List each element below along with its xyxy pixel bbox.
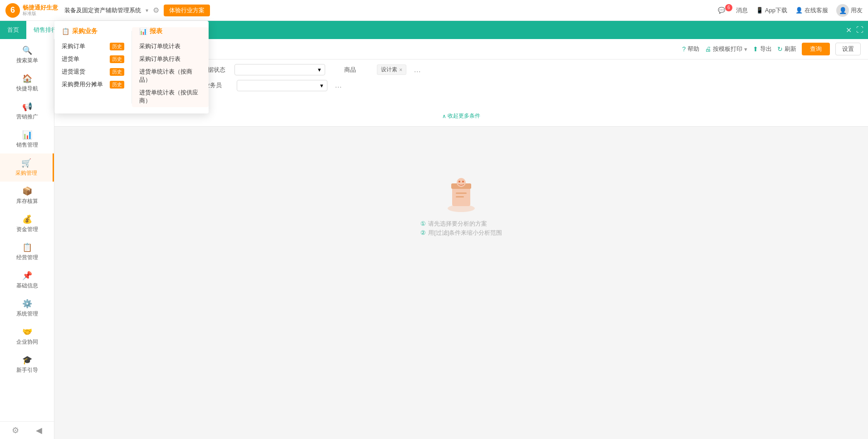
template-print-action[interactable]: 🖨 按模板打印 ▾ — [705, 45, 747, 53]
menu-item-purchase-order[interactable]: 采购订单 历史 — [62, 40, 124, 53]
tab-close-window-icon[interactable]: ✕ — [846, 26, 852, 35]
purchase-return-history[interactable]: 历史 — [110, 68, 124, 76]
svg-point-5 — [462, 181, 464, 183]
print-dropdown-icon[interactable]: ▾ — [744, 46, 747, 53]
menu-item-report-order-exec[interactable]: 采购订单执行表 — [139, 53, 202, 65]
header-right: 💬 6 消息 📱 App下载 👤 在线客服 👤 用友 — [718, 4, 863, 17]
purchase-col-title: 📋 采购业务 — [62, 27, 124, 35]
message-label: 消息 — [736, 6, 748, 15]
help-icon: ? — [682, 45, 686, 53]
query-button[interactable]: 查询 — [802, 43, 830, 55]
marketing-icon: 📢 — [22, 102, 32, 112]
export-action[interactable]: ⬆ 导出 — [753, 45, 772, 53]
goods-tag: 设计素 × — [377, 64, 406, 75]
cooperation-icon: 🤝 — [22, 327, 32, 337]
app-download-item[interactable]: 📱 App下载 — [756, 6, 787, 15]
system-name: 装备及固定资产辅助管理系统 — [64, 6, 141, 15]
purchase-title-label: 采购业务 — [72, 27, 98, 35]
menu-item-report-order-stat[interactable]: 采购订单统计表 — [139, 40, 202, 53]
sidebar-operations-label: 经营管理 — [16, 254, 38, 261]
search-icon: 🔍 — [22, 45, 32, 55]
app-download-label: App下载 — [765, 6, 787, 15]
message-item[interactable]: 💬 6 消息 — [718, 6, 748, 15]
system-dropdown-arrow[interactable]: ▾ — [146, 7, 148, 14]
user-avatar: 👤 — [836, 4, 849, 17]
user-item[interactable]: 👤 用友 — [836, 4, 863, 17]
report-in-goods-label: 进货单统计表（按商品） — [139, 68, 202, 84]
menu-item-purchase-cost[interactable]: 采购费用分摊单 历史 — [62, 78, 124, 91]
report-order-exec-label: 采购订单执行表 — [139, 55, 202, 63]
collapse-label: 收起更多条件 — [448, 112, 480, 120]
goods-label: 商品 — [344, 66, 371, 74]
empty-illustration — [439, 170, 484, 215]
sidebar-settings-icon[interactable]: ⚙ — [12, 425, 19, 435]
purchase-title-icon: 📋 — [62, 28, 69, 35]
online-service-item[interactable]: 👤 在线客服 — [795, 6, 828, 15]
bill-status-select[interactable]: ▾ — [234, 64, 325, 75]
sidebar-inventory-label: 库存核算 — [16, 197, 38, 205]
menu-item-report-in-supplier[interactable]: 进货单统计表（按供应商） — [139, 86, 202, 107]
sidebar-marketing-label: 营销推广 — [16, 113, 38, 121]
purchase-order-history[interactable]: 历史 — [110, 43, 124, 50]
empty-state: ① 请先选择要分析的方案 ② 用[过滤]条件来缩小分析范围 — [54, 127, 868, 281]
salesman-more-icon[interactable]: … — [333, 81, 344, 89]
menu-item-purchase-in[interactable]: 进货单 历史 — [62, 53, 124, 65]
report-title-icon: 📊 — [139, 28, 147, 35]
sidebar-item-inventory[interactable]: 📦 库存核算 — [0, 182, 54, 210]
logo-text: 畅捷通好生意 标准版 — [23, 4, 58, 17]
collapse-btn[interactable]: ∧ 收起更多条件 — [442, 112, 480, 120]
sidebar-purchase-label: 采购管理 — [15, 169, 37, 177]
report-title-label: 报表 — [150, 27, 162, 35]
online-service-label: 在线客服 — [805, 6, 828, 15]
sidebar-item-search[interactable]: 🔍 搜索菜单 — [0, 41, 54, 69]
purchase-dropdown-menu: 📋 采购业务 采购订单 历史 进货单 历史 进货退货 历史 采购费用分摊单 — [54, 21, 209, 113]
sidebar-quicknav-label: 快捷导航 — [16, 85, 38, 93]
svg-point-4 — [458, 181, 460, 183]
sidebar-basicinfo-label: 基础信息 — [16, 282, 38, 290]
header-settings-icon[interactable]: ⚙ — [153, 6, 159, 15]
menu-col-purchase: 📋 采购业务 采购订单 历史 进货单 历史 进货退货 历史 采购费用分摊单 — [54, 27, 132, 107]
tab-home[interactable]: 首页 — [0, 21, 26, 39]
goods-tag-close[interactable]: × — [399, 67, 402, 73]
salesman-dropdown-icon: ▾ — [320, 82, 323, 89]
help-action[interactable]: ? 帮助 — [682, 45, 699, 53]
goods-more-icon[interactable]: … — [412, 66, 423, 74]
sidebar-item-cooperation[interactable]: 🤝 企业协同 — [0, 322, 54, 350]
logo-area: 6 畅捷通好生意 标准版 — [5, 3, 60, 18]
sidebar-system-label: 系统管理 — [16, 310, 38, 318]
sidebar-item-marketing[interactable]: 📢 营销推广 — [0, 97, 54, 125]
sidebar-item-basic-info[interactable]: 📌 基础信息 — [0, 266, 54, 294]
help-label: 帮助 — [688, 45, 699, 53]
sidebar-item-sales[interactable]: 📊 销售管理 — [0, 125, 54, 153]
menu-item-report-in-goods[interactable]: 进货单统计表（按商品） — [139, 65, 202, 86]
sidebar-item-purchase[interactable]: 🛒 采购管理 — [0, 153, 54, 182]
sidebar-item-guide[interactable]: 🎓 新手引导 — [0, 350, 54, 379]
purchase-in-history[interactable]: 历史 — [110, 55, 124, 63]
settings-button[interactable]: 设置 — [835, 43, 861, 55]
tab-maximize-icon[interactable]: ⛶ — [856, 26, 863, 34]
operations-icon: 📋 — [22, 242, 32, 252]
sidebar-item-system[interactable]: ⚙️ 系统管理 — [0, 294, 54, 322]
refresh-action[interactable]: ↻ 刷新 — [777, 45, 796, 53]
purchase-cost-history[interactable]: 历史 — [110, 81, 124, 89]
sidebar-finance-label: 资金管理 — [16, 226, 38, 233]
sidebar-cooperation-label: 企业协同 — [16, 338, 38, 346]
sidebar-item-operations[interactable]: 📋 经营管理 — [0, 238, 54, 266]
sidebar-item-finance[interactable]: 💰 资金管理 — [0, 210, 54, 238]
purchase-icon: 🛒 — [21, 158, 31, 168]
message-icon: 💬 — [718, 7, 725, 14]
sales-icon: 📊 — [22, 130, 32, 140]
sidebar-collapse-icon[interactable]: ◀ — [36, 425, 42, 435]
sidebar-item-quicknav[interactable]: 🏠 快捷导航 — [0, 69, 54, 97]
sidebar-sales-label: 销售管理 — [16, 141, 38, 149]
num1: ① — [420, 220, 426, 227]
num2: ② — [420, 229, 426, 236]
refresh-label: 刷新 — [785, 45, 796, 53]
industry-btn[interactable]: 体验行业方案 — [164, 5, 210, 16]
sidebar-search-label: 搜索菜单 — [16, 57, 38, 64]
purchase-order-label: 采购订单 — [62, 42, 106, 50]
menu-item-purchase-return[interactable]: 进货退货 历史 — [62, 65, 124, 78]
salesman-select[interactable]: ▾ — [237, 80, 327, 91]
empty-text-1-label: 请先选择要分析的方案 — [428, 220, 487, 227]
top-header: 6 畅捷通好生意 标准版 装备及固定资产辅助管理系统 ▾ ⚙ 体验行业方案 💬 … — [0, 0, 868, 21]
